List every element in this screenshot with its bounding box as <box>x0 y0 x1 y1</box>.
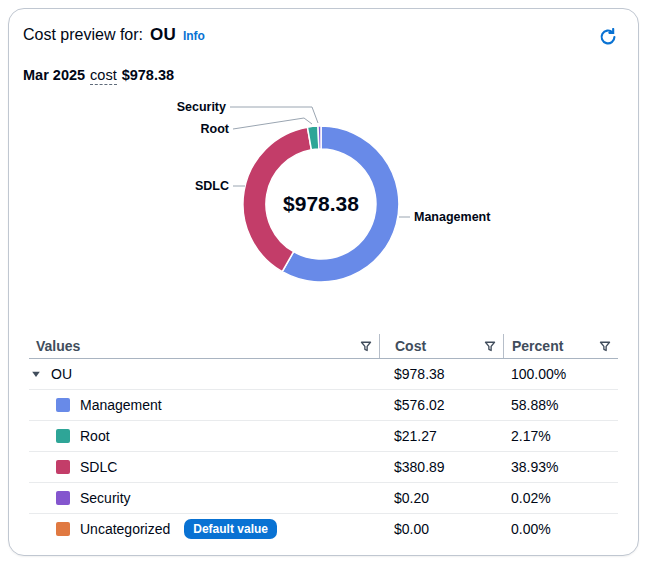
cost-amount: $978.38 <box>122 67 174 83</box>
column-header-percent: Percent <box>503 334 618 358</box>
cost-summary-line: Mar 2025 cost $978.38 <box>23 67 174 85</box>
color-swatch-root <box>56 429 70 443</box>
cell-cost: $21.27 <box>379 428 503 444</box>
cell-cost: $380.89 <box>379 459 503 475</box>
cell-values: OU <box>29 366 379 382</box>
table-row-uncategorized: UncategorizedDefault value $0.00 0.00% <box>29 513 618 544</box>
cell-values: Root <box>29 428 379 444</box>
segment-label-security: Security <box>177 100 226 114</box>
expand-caret-icon[interactable] <box>31 369 41 379</box>
column-label-values: Values <box>36 338 80 354</box>
segment-label-sdlc: SDLC <box>195 179 229 193</box>
row-label: SDLC <box>80 459 117 475</box>
column-header-cost: Cost <box>379 334 503 358</box>
donut-segment-security[interactable] <box>318 126 321 149</box>
cell-percent: 58.88% <box>503 397 618 413</box>
column-label-percent: Percent <box>512 338 563 354</box>
cell-values: UncategorizedDefault value <box>29 519 379 539</box>
table-row-ou: OU $978.38 100.00% <box>29 359 618 389</box>
filter-icon[interactable] <box>360 340 372 352</box>
title-entity: OU <box>150 25 176 45</box>
segment-label-management: Management <box>414 210 491 224</box>
cell-cost: $0.20 <box>379 490 503 506</box>
cell-percent: 0.02% <box>503 490 618 506</box>
cell-cost: $978.38 <box>379 366 503 382</box>
leader-line-security <box>230 107 318 123</box>
column-label-cost: Cost <box>395 338 426 354</box>
color-swatch-security <box>56 491 70 505</box>
cell-cost: $0.00 <box>379 521 503 537</box>
refresh-button[interactable] <box>594 23 622 51</box>
table-row-management: Management $576.02 58.88% <box>29 389 618 420</box>
table-body: OU $978.38 100.00% Management $576.02 58… <box>29 359 618 544</box>
card-title: Cost preview for: OU Info <box>23 25 205 45</box>
cell-percent: 100.00% <box>503 366 618 382</box>
refresh-icon <box>599 28 617 46</box>
color-swatch-sdlc <box>56 460 70 474</box>
title-prefix: Cost preview for: <box>23 26 143 44</box>
table-header: Values Cost Percent <box>29 334 618 359</box>
column-header-values: Values <box>29 334 379 358</box>
donut-center-label: $978.38 <box>283 192 359 215</box>
filter-icon[interactable] <box>484 340 496 352</box>
segment-label-root: Root <box>201 122 230 136</box>
table-row-sdlc: SDLC $380.89 38.93% <box>29 451 618 482</box>
donut-chart: $978.38 ManagementSDLCRootSecurity <box>9 91 638 331</box>
cost-preview-card: Cost preview for: OU Info Mar 2025 cost … <box>8 8 639 556</box>
cell-cost: $576.02 <box>379 397 503 413</box>
row-label: Security <box>80 490 131 506</box>
info-link[interactable]: Info <box>183 29 205 43</box>
cell-percent: 0.00% <box>503 521 618 537</box>
cell-percent: 2.17% <box>503 428 618 444</box>
row-label: Management <box>80 397 162 413</box>
row-label: Uncategorized <box>80 521 170 537</box>
cell-values: Security <box>29 490 379 506</box>
cost-breakdown-table: Values Cost Percent OU $978.38 100.00 <box>29 334 618 544</box>
filter-icon[interactable] <box>599 340 611 352</box>
leader-line-root <box>233 118 312 129</box>
cell-values: SDLC <box>29 459 379 475</box>
table-row-security: Security $0.20 0.02% <box>29 482 618 513</box>
cost-month: Mar 2025 <box>23 67 85 83</box>
table-row-root: Root $21.27 2.17% <box>29 420 618 451</box>
cost-word-tooltip[interactable]: cost <box>90 67 117 85</box>
cell-values: Management <box>29 397 379 413</box>
default-value-badge: Default value <box>184 519 277 539</box>
cell-percent: 38.93% <box>503 459 618 475</box>
color-swatch-management <box>56 398 70 412</box>
color-swatch-uncategorized <box>56 522 70 536</box>
row-label: Root <box>80 428 110 444</box>
row-label: OU <box>51 366 72 382</box>
